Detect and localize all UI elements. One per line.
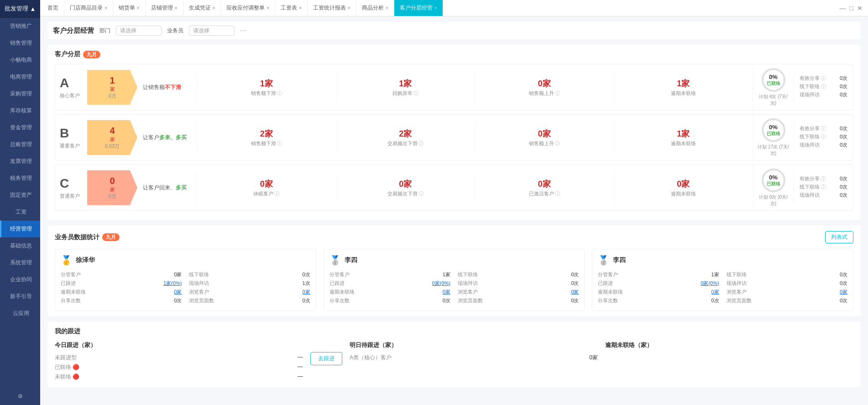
info-icon[interactable]: ⓘ bbox=[274, 190, 279, 197]
sidebar-item-税务管理[interactable]: 税务管理 bbox=[0, 170, 40, 187]
staff-card-0: 🥇徐泽华分管客户0家已跟进1家(0%)逾期未联络0家分享次数0次线下联络0次现场… bbox=[55, 249, 316, 311]
more-filters-button[interactable]: ··· bbox=[240, 26, 246, 35]
tier-right-stat-row: 线下联络 ⓘ0次 bbox=[800, 184, 847, 190]
info-icon[interactable]: ⓘ bbox=[821, 84, 826, 89]
staff-stat-row: 现场拜访1次 bbox=[189, 279, 310, 288]
sidebar-item-固定资产[interactable]: 固定资产 bbox=[0, 187, 40, 204]
tier-row-A: A核心客户1家0万让销售额不下滑1家销售额下滑 ⓘ1家回购异常 ⓘ0家销售额上升… bbox=[55, 64, 853, 110]
sidebar-item-云应用[interactable]: 云应用 bbox=[0, 305, 40, 322]
sidebar-item-新手引导[interactable]: 新手引导 bbox=[0, 288, 40, 305]
tab-客户分层经营[interactable]: 客户分层经营× bbox=[394, 0, 443, 16]
info-icon[interactable]: ⓘ bbox=[821, 134, 826, 139]
staff-stats-grid-2: 分管客户1家已跟进0家(0%)逾期未联络0家分享次数0次线下联络0次现场拜访0次… bbox=[598, 270, 847, 305]
info-icon[interactable]: ⓘ bbox=[413, 90, 418, 97]
sidebar-item-小畅电商[interactable]: 小畅电商 bbox=[0, 52, 40, 68]
dept-select[interactable]: 请选择 bbox=[116, 26, 162, 36]
tier-stat-C-3: 0家逾期未联络 bbox=[614, 173, 753, 203]
tab-销货单[interactable]: 销货单× bbox=[113, 0, 146, 16]
tier-stat-B-3: 1家逾期未联络 bbox=[614, 123, 753, 153]
tier-stat-C-2: 0家已激活客户 ⓘ bbox=[475, 173, 614, 203]
goto-followup-button[interactable]: 去跟进 bbox=[310, 352, 342, 365]
sidebar-item-总账管理[interactable]: 总账管理 bbox=[0, 136, 40, 153]
tab-close-商品分析[interactable]: × bbox=[386, 5, 388, 11]
staff-stat-row: 分享次数0次 bbox=[329, 296, 450, 305]
tier-row-B: B重要客户4家0.53万让客户多来、多买2家销售额下滑 ⓘ2家交易频次下滑 ⓘ0… bbox=[55, 114, 853, 161]
tab-工资表[interactable]: 工资表× bbox=[275, 0, 308, 16]
info-icon[interactable]: ⓘ bbox=[277, 90, 282, 97]
info-icon[interactable]: ⓘ bbox=[555, 140, 560, 147]
info-icon[interactable]: ⓘ bbox=[821, 126, 826, 131]
month-badge: 九月 bbox=[83, 51, 100, 58]
tier-stat-C-0: 0家休眠客户 ⓘ bbox=[197, 173, 336, 203]
tier-right-stat-row: 有效分享 ⓘ0次 bbox=[800, 75, 847, 82]
sidebar-top[interactable]: 批发管理 ▲ bbox=[0, 0, 40, 18]
followup-row-1: 未跟进型 — bbox=[55, 353, 303, 363]
staff-stat-row: 逾期未联络0家 bbox=[329, 288, 450, 296]
staff-right-col-1: 线下联络0次现场拜访0次浏览客户0家浏览页面数0次 bbox=[458, 270, 579, 305]
tier-desc-C: 让客户回来、多买 bbox=[137, 180, 197, 195]
window-restore-button[interactable]: □ bbox=[850, 5, 853, 12]
sidebar-top-arrow: ▲ bbox=[30, 5, 36, 12]
tier-name-B: 重要客户 bbox=[60, 142, 80, 149]
sidebar-item-发票管理[interactable]: 发票管理 bbox=[0, 153, 40, 170]
tab-商品分析[interactable]: 商品分析× bbox=[356, 0, 394, 16]
sidebar-item-工资[interactable]: 工资 bbox=[0, 204, 40, 221]
tab-生成凭证[interactable]: 生成凭证× bbox=[183, 0, 221, 16]
tab-close-工资表[interactable]: × bbox=[299, 5, 302, 11]
window-close-button[interactable]: ✕ bbox=[857, 5, 863, 12]
tab-close-工资统计报表[interactable]: × bbox=[348, 5, 350, 11]
sidebar-item-电商管理[interactable]: 电商管理 bbox=[0, 68, 40, 85]
circle-progress-B: 0% 已联络 bbox=[762, 118, 785, 142]
sidebar-item-库存核算[interactable]: 库存核算 bbox=[0, 102, 40, 119]
tab-close-店铺管理[interactable]: × bbox=[175, 5, 178, 11]
followup-row-val-3: — bbox=[298, 373, 303, 381]
tab-close-应收应付调整单[interactable]: × bbox=[267, 5, 269, 11]
info-icon[interactable]: ⓘ bbox=[418, 140, 424, 147]
sidebar-item-营销推广[interactable]: 营销推广 bbox=[0, 18, 40, 35]
staff-right-col-2: 线下联络0次现场拜访0次浏览客户0家浏览页面数0次 bbox=[727, 270, 847, 305]
tab-close-客户分层经营[interactable]: × bbox=[434, 5, 437, 11]
tier-right-stat-row: 现场拜访0次 bbox=[800, 142, 847, 148]
info-icon[interactable]: ⓘ bbox=[821, 176, 826, 181]
list-view-button[interactable]: 列表式 bbox=[825, 231, 853, 243]
settings-button[interactable]: ⚙ bbox=[0, 388, 40, 405]
sidebar-item-采购管理[interactable]: 采购管理 bbox=[0, 85, 40, 102]
sidebar-item-系统管理[interactable]: 系统管理 bbox=[0, 254, 40, 271]
info-icon[interactable]: ⓘ bbox=[821, 184, 826, 189]
tier-letter-C: C bbox=[60, 176, 69, 191]
tab-应收应付调整单[interactable]: 应收应付调整单× bbox=[221, 0, 275, 16]
sidebar-item-资金管理[interactable]: 资金管理 bbox=[0, 119, 40, 136]
info-icon[interactable]: ⓘ bbox=[277, 140, 282, 147]
staff-stat-row: 分管客户1家 bbox=[329, 270, 450, 279]
gear-icon: ⚙ bbox=[18, 393, 23, 400]
info-icon[interactable]: ⓘ bbox=[555, 190, 560, 197]
tab-close-生成凭证[interactable]: × bbox=[213, 5, 215, 11]
staff-stat-row: 已跟进1家(0%) bbox=[61, 279, 182, 288]
sidebar-item-基础信息[interactable]: 基础信息 bbox=[0, 237, 40, 254]
staff-stats-grid-1: 分管客户1家已跟进0家(0%)逾期未联络0家分享次数0次线下联络0次现场拜访0次… bbox=[329, 270, 579, 305]
tier-circle-B: 0% 已联络 计划 17次 (7天/次) bbox=[753, 115, 794, 160]
tier-letter-B: B bbox=[60, 126, 69, 141]
sidebar-top-label: 批发管理 bbox=[5, 5, 28, 13]
staff-select[interactable]: 请选择 bbox=[189, 26, 235, 36]
sidebar-item-经营管理[interactable]: 经营管理 bbox=[0, 221, 40, 237]
sidebar-item-企业协同[interactable]: 企业协同 bbox=[0, 271, 40, 288]
tab-close-销货单[interactable]: × bbox=[137, 5, 140, 11]
tier-right-stat-row: 现场拜访0次 bbox=[800, 91, 847, 98]
tomorrow-val-1: 0家 bbox=[589, 354, 598, 362]
tier-label-C: C普通客户 bbox=[55, 169, 87, 207]
info-icon[interactable]: ⓘ bbox=[555, 90, 560, 97]
tab-店铺管理[interactable]: 店铺管理× bbox=[146, 0, 183, 16]
window-minimize-button[interactable]: — bbox=[840, 5, 846, 12]
staff-month-badge: 九月 bbox=[102, 233, 120, 241]
tab-门店商品目录[interactable]: 门店商品目录× bbox=[64, 0, 113, 16]
tab-工资统计报表[interactable]: 工资统计报表× bbox=[308, 0, 356, 16]
tab-close-门店商品目录[interactable]: × bbox=[105, 5, 107, 11]
tab-首页[interactable]: 首页 bbox=[42, 0, 64, 16]
page-header: 客户分层经营 部门 请选择 业务员 请选择 ··· bbox=[47, 22, 861, 39]
info-icon[interactable]: ⓘ bbox=[418, 190, 424, 197]
info-icon[interactable]: ⓘ bbox=[821, 75, 826, 81]
staff-card-header-1: 🥈李四 bbox=[329, 255, 579, 266]
page-title: 客户分层经营 bbox=[53, 26, 94, 35]
sidebar-item-销售管理[interactable]: 销售管理 bbox=[0, 35, 40, 52]
